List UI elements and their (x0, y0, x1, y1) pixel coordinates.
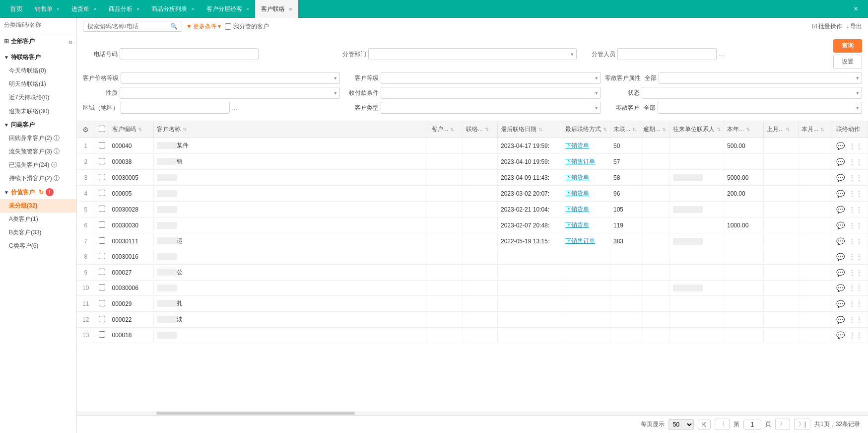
action-message-icon[interactable]: 💬 (836, 206, 845, 214)
export-btn[interactable]: ↓ 导出 (846, 22, 862, 31)
dept-select[interactable] (368, 48, 576, 60)
nav-item-sales[interactable]: 销售单 × (29, 0, 66, 18)
action-message-icon[interactable]: 💬 (836, 300, 845, 308)
sort-thismonth-icon[interactable]: ⇅ (820, 127, 824, 132)
action-menu-icon[interactable]: ⋮⋮ (849, 300, 863, 308)
sidebar-item-today[interactable]: 今天待联络(0) (0, 64, 76, 77)
sidebar-all-customers[interactable]: ⊞全部客户 « (0, 34, 76, 49)
action-menu-icon[interactable]: ⋮⋮ (849, 269, 863, 277)
sidebar-group-pending[interactable]: ▼ 待联络客户 (0, 51, 76, 64)
sidebar-search-input[interactable] (4, 21, 77, 28)
nav-item-product-analysis-list[interactable]: 商品分析列表 × (145, 0, 200, 18)
sort-type-icon[interactable]: ⇅ (450, 127, 454, 132)
row-checkbox[interactable] (99, 174, 105, 180)
row-checkbox-cell[interactable] (95, 202, 109, 217)
page-size-select[interactable]: 50 100 (668, 419, 694, 430)
more-conditions-btn[interactable]: ▼ 更多条件 ▾ (186, 22, 221, 31)
first-page-btn[interactable]: K (698, 420, 711, 430)
region-more-icon[interactable]: … (232, 104, 238, 111)
sidebar-item-7days[interactable]: 近7天待联络(0) (0, 91, 76, 104)
page-number-input[interactable] (743, 420, 761, 430)
action-menu-icon[interactable]: ⋮⋮ (849, 206, 863, 214)
action-menu-icon[interactable]: ⋮⋮ (849, 284, 863, 292)
close-sales-tab[interactable]: × (57, 0, 60, 18)
row-checkbox-cell[interactable] (95, 217, 109, 233)
sidebar-item-abnormal[interactable]: 回购异常客户(2) ⓘ (0, 132, 76, 145)
nature-select[interactable] (120, 87, 340, 99)
th-gear[interactable]: ⚙ (77, 121, 95, 138)
nav-item-purchase[interactable]: 进货单 × (66, 0, 102, 18)
last-way-link[interactable]: 下销货单 (565, 142, 589, 149)
action-message-icon[interactable]: 💬 (836, 316, 845, 324)
row-checkbox-cell[interactable] (95, 249, 109, 265)
sidebar-item-class-b[interactable]: B类客户(33) (0, 226, 76, 239)
action-message-icon[interactable]: 💬 (836, 331, 845, 339)
action-menu-icon[interactable]: ⋮⋮ (849, 237, 863, 245)
sidebar-item-ungroup[interactable]: 未分组(32) (0, 199, 76, 213)
filter-search-input[interactable] (87, 23, 168, 30)
row-checkbox[interactable] (99, 221, 105, 228)
search-button[interactable]: 查询 (833, 39, 862, 53)
action-menu-icon[interactable]: ⋮⋮ (849, 142, 863, 150)
gear-icon[interactable]: ⚙ (82, 126, 89, 134)
payment-select[interactable] (381, 87, 601, 99)
status-select[interactable] (642, 87, 862, 99)
person-more-icon[interactable]: … (719, 51, 725, 58)
close-customer-segment-tab[interactable]: × (246, 0, 249, 18)
row-checkbox-cell[interactable] (95, 170, 109, 186)
action-message-icon[interactable]: 💬 (836, 174, 845, 182)
row-checkbox-cell[interactable] (95, 328, 109, 343)
refresh-icon[interactable]: ↻ (39, 189, 44, 196)
action-menu-icon[interactable]: ⋮⋮ (849, 253, 863, 261)
sidebar-item-overdue[interactable]: 逾期未联络(30) (0, 105, 76, 118)
sidebar-item-class-c[interactable]: C类客户(6) (0, 239, 76, 253)
sort-unlink-icon[interactable]: ⇅ (632, 127, 636, 132)
action-message-icon[interactable]: 💬 (836, 221, 845, 229)
row-checkbox-cell[interactable] (95, 138, 109, 154)
row-checkbox-cell[interactable] (95, 154, 109, 170)
next-page-btn[interactable]: 〉 (775, 419, 790, 430)
sort-contact-icon[interactable]: ⇅ (485, 127, 489, 132)
my-customers-filter[interactable]: 我分管的客户 (225, 22, 269, 31)
action-message-icon[interactable]: 💬 (836, 142, 845, 150)
nav-item-product-analysis[interactable]: 商品分析 × (103, 0, 145, 18)
action-menu-icon[interactable]: ⋮⋮ (849, 190, 863, 198)
sort-name-icon[interactable]: ⇅ (183, 127, 187, 132)
sidebar-item-tomorrow[interactable]: 明天待联络(1) (0, 77, 76, 91)
row-checkbox[interactable] (99, 331, 105, 338)
action-menu-icon[interactable]: ⋮⋮ (849, 174, 863, 182)
close-customer-contact-tab[interactable]: × (289, 0, 292, 18)
action-menu-icon[interactable]: ⋮⋮ (849, 331, 863, 339)
row-checkbox[interactable] (99, 158, 105, 164)
row-checkbox-cell[interactable] (95, 281, 109, 296)
last-way-link[interactable]: 下销售订单 (565, 237, 595, 244)
sidebar-group-value[interactable]: ▼ 价值客户 ↻ ! (0, 186, 76, 199)
sidebar-item-churn-risk[interactable]: 流失预警客户(3) ⓘ (0, 145, 76, 158)
nav-item-customer-contact[interactable]: 客户联络 × (255, 0, 298, 18)
sort-overdue-icon[interactable]: ⇅ (662, 127, 666, 132)
action-menu-icon[interactable]: ⋮⋮ (849, 316, 863, 324)
sidebar-item-churned[interactable]: 已流失客户(24) ⓘ (0, 158, 76, 172)
person-input[interactable] (617, 48, 717, 60)
sidebar-item-declining[interactable]: 持续下滑客户(2) ⓘ (0, 172, 76, 185)
row-checkbox[interactable] (99, 206, 105, 212)
scrollbar-thumb[interactable] (156, 412, 355, 415)
last-page-btn[interactable]: 〉| (794, 419, 810, 430)
row-checkbox[interactable] (99, 142, 105, 148)
prev-page-btn[interactable]: 〈 (715, 419, 730, 430)
row-checkbox-cell[interactable] (95, 265, 109, 281)
row-checkbox[interactable] (99, 237, 105, 244)
action-message-icon[interactable]: 💬 (836, 269, 845, 277)
collapse-icon[interactable]: « (68, 38, 72, 46)
action-menu-icon[interactable]: ⋮⋮ (849, 158, 863, 166)
phone-input[interactable] (120, 48, 259, 60)
sort-lastmonth-icon[interactable]: ⇅ (786, 127, 790, 132)
sort-thisyear-icon[interactable]: ⇅ (746, 127, 750, 132)
action-menu-icon[interactable]: ⋮⋮ (849, 221, 863, 229)
last-way-link[interactable]: 下销货单 (565, 190, 589, 197)
batch-operation-btn[interactable]: ☑ 批量操作 (812, 22, 842, 31)
action-message-icon[interactable]: 💬 (836, 253, 845, 261)
row-checkbox[interactable] (99, 253, 105, 259)
horizontal-scrollbar[interactable] (77, 411, 868, 415)
action-message-icon[interactable]: 💬 (836, 237, 845, 245)
